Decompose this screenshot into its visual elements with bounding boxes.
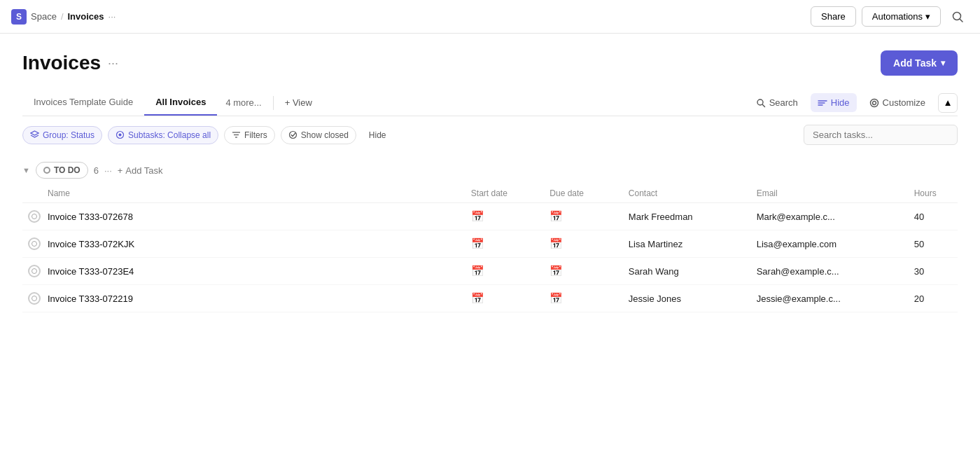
filters-label: Filters	[244, 130, 267, 140]
col-contact: Contact	[623, 184, 751, 203]
search-label: Search	[769, 97, 798, 108]
status-label: TO DO	[54, 165, 80, 175]
search-tasks-input[interactable]	[804, 125, 958, 145]
hide-action-button[interactable]: Hide	[811, 93, 857, 112]
group-filter-label: Group: Status	[43, 130, 94, 140]
calendar-icon: 📅	[471, 265, 484, 277]
svg-point-14	[289, 132, 296, 139]
show-closed-label: Show closed	[301, 130, 349, 140]
task-name[interactable]: Invoice T333-072KJK	[48, 239, 134, 249]
task-start-date[interactable]: 📅	[465, 258, 545, 285]
space-label: Space	[31, 11, 57, 22]
collapse-icon: ▲	[943, 97, 952, 108]
task-name[interactable]: Invoice T333-0723E4	[48, 266, 134, 277]
task-contact: Jessie Jones	[623, 285, 751, 312]
task-email: Sarah@example.c...	[751, 258, 909, 285]
breadcrumb-more[interactable]: ···	[108, 11, 116, 22]
section-add-task[interactable]: + Add Task	[118, 165, 163, 176]
task-email: Jessie@example.c...	[751, 285, 909, 312]
task-status-icon[interactable]	[28, 292, 41, 305]
calendar-icon: 📅	[550, 237, 563, 249]
calendar-icon: 📅	[471, 237, 484, 249]
space-icon[interactable]: S	[11, 9, 27, 25]
subtasks-filter[interactable]: Subtasks: Collapse all	[108, 126, 218, 144]
task-name-cell: Invoice T333-072678	[22, 203, 465, 230]
filters-row: Group: Status Subtasks: Collapse all Fil…	[22, 116, 958, 153]
task-name[interactable]: Invoice T333-072678	[48, 212, 133, 222]
breadcrumb: S Space / Invoices ···	[11, 9, 115, 25]
tab-actions: Search Hide Customize ▲	[749, 93, 958, 113]
page-title-more[interactable]: ···	[108, 56, 118, 71]
add-task-section-label: Add Task	[125, 165, 162, 176]
page-title: Invoices	[22, 52, 101, 74]
task-contact: Lisa Martinez	[623, 230, 751, 258]
add-task-chevron-icon: ▾	[941, 58, 945, 68]
svg-line-3	[762, 104, 764, 106]
subtasks-icon	[115, 130, 125, 139]
tabs-bar: Invoices Template Guide All Invoices 4 m…	[22, 90, 958, 116]
tab-collapse-button[interactable]: ▲	[938, 93, 958, 113]
tab-add-view[interactable]: + View	[276, 90, 321, 115]
filters-button[interactable]: Filters	[224, 126, 275, 144]
task-start-date[interactable]: 📅	[465, 285, 545, 312]
topbar-actions: Share Automations ▾	[811, 6, 969, 28]
task-status-inner-icon	[31, 214, 37, 219]
task-status-icon[interactable]	[28, 210, 41, 223]
status-dot-icon	[43, 167, 50, 174]
status-badge: TO DO	[36, 162, 88, 179]
automations-button[interactable]: Automations ▾	[862, 6, 941, 27]
task-due-date[interactable]: 📅	[544, 203, 623, 230]
add-task-button[interactable]: Add Task ▾	[881, 50, 958, 76]
table-row: Invoice T333-072KJK 📅 📅 Lisa Martinez Li…	[22, 230, 958, 258]
svg-point-7	[872, 101, 876, 104]
section-header: ▼ TO DO 6 ··· + Add Task	[22, 153, 958, 184]
add-task-label: Add Task	[893, 57, 937, 69]
calendar-icon: 📅	[550, 210, 563, 222]
tab-invoices-template-guide[interactable]: Invoices Template Guide	[22, 90, 144, 116]
page-title-row: Invoices ···	[22, 52, 118, 74]
task-start-date[interactable]: 📅	[465, 230, 545, 258]
topbar: S Space / Invoices ··· Share Automations…	[0, 0, 980, 34]
add-task-icon: +	[118, 165, 123, 176]
task-name-cell: Invoice T333-0723E4	[22, 258, 465, 285]
task-name[interactable]: Invoice T333-072219	[48, 293, 133, 304]
task-hours: 20	[909, 285, 958, 312]
svg-point-0	[953, 12, 961, 20]
table-header: Name Start date Due date Contact Email H…	[22, 184, 958, 203]
tab-all-invoices[interactable]: All Invoices	[144, 90, 217, 116]
task-due-date[interactable]: 📅	[544, 230, 623, 258]
task-due-date[interactable]: 📅	[544, 285, 623, 312]
section-toggle[interactable]: ▼	[22, 166, 30, 174]
show-closed-filter[interactable]: Show closed	[281, 126, 356, 144]
table-row: Invoice T333-0723E4 📅 📅 Sarah Wang Sarah…	[22, 258, 958, 285]
tab-more[interactable]: 4 more...	[217, 90, 270, 115]
svg-point-10	[119, 134, 122, 137]
col-email: Email	[751, 184, 909, 203]
task-status-icon[interactable]	[28, 237, 41, 250]
task-start-date[interactable]: 📅	[465, 203, 545, 230]
topbar-search-button[interactable]	[946, 6, 969, 28]
col-hours: Hours	[909, 184, 958, 203]
tab-divider	[273, 96, 274, 110]
task-email: Lisa@example.com	[751, 230, 909, 258]
breadcrumb-slash: /	[61, 11, 64, 22]
page-header: Invoices ··· Add Task ▾	[22, 50, 958, 76]
col-start-date: Start date	[465, 184, 545, 203]
section-more-icon[interactable]: ···	[104, 165, 112, 176]
group-status-filter[interactable]: Group: Status	[22, 126, 102, 144]
task-status-inner-icon	[31, 296, 37, 301]
col-due-date: Due date	[544, 184, 623, 203]
task-status-icon[interactable]	[28, 265, 41, 277]
search-icon	[951, 11, 964, 23]
automations-chevron-icon: ▾	[925, 11, 930, 22]
hide-filter[interactable]: Hide	[362, 127, 393, 144]
task-email: Mark@example.c...	[751, 203, 909, 230]
search-icon	[756, 98, 766, 108]
search-action-button[interactable]: Search	[749, 93, 805, 112]
task-due-date[interactable]: 📅	[544, 258, 623, 285]
task-hours: 30	[909, 258, 958, 285]
customize-action-button[interactable]: Customize	[862, 93, 932, 112]
share-button[interactable]: Share	[811, 6, 856, 27]
task-name-cell: Invoice T333-072KJK	[22, 230, 465, 258]
task-hours: 50	[909, 230, 958, 258]
